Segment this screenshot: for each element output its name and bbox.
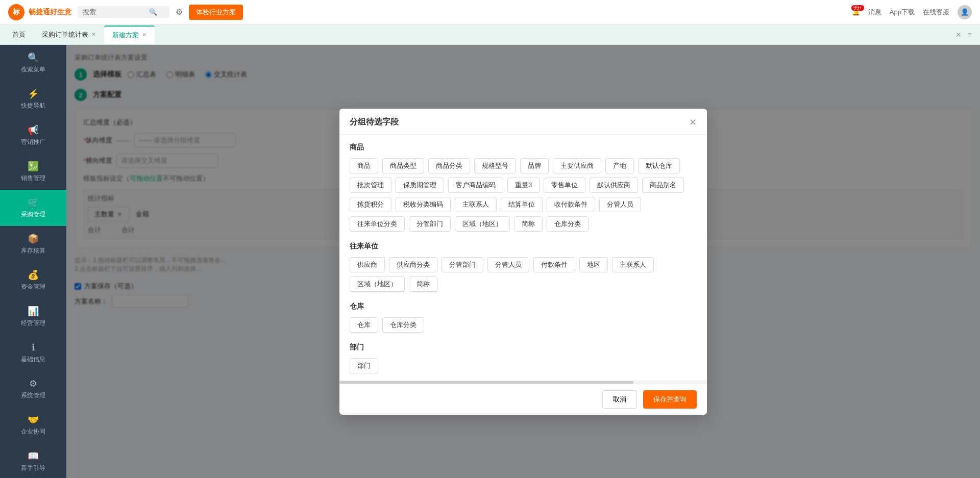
- sidebar-item-sales-label: 销售管理: [21, 174, 45, 183]
- tab-close-all[interactable]: ✕ ≡: [955, 31, 976, 39]
- tab-home[interactable]: 首页: [4, 26, 34, 43]
- field-tag-brand[interactable]: 品牌: [520, 158, 549, 173]
- tab-new-plan-label: 新建方案: [112, 31, 139, 40]
- field-group-dept: 部门 部门: [350, 343, 697, 373]
- guide-icon: 📖: [28, 450, 39, 462]
- sidebar-item-guide-label: 新手引导: [21, 464, 45, 472]
- marketing-icon: 📢: [28, 124, 39, 136]
- save-query-button[interactable]: 保存并查询: [643, 390, 697, 409]
- notification-label: 消息: [868, 8, 881, 17]
- modal-overlay: 分组待选字段 ✕ 商品 商品 商品类型 商品分类 规格型号: [66, 45, 980, 478]
- sidebar-item-inventory-label: 库存核算: [21, 246, 45, 255]
- search-icon: 🔍: [149, 8, 157, 16]
- cancel-button[interactable]: 取消: [602, 390, 637, 409]
- sidebar-item-guide[interactable]: 📖 新手引导: [0, 443, 66, 478]
- sidebar-item-inventory[interactable]: 📦 库存核算: [0, 226, 66, 262]
- search-bar[interactable]: 🔍: [78, 6, 169, 18]
- sidebar-item-operations[interactable]: 📊 经营管理: [0, 298, 66, 335]
- sidebar-item-marketing-label: 营销推广: [21, 138, 45, 146]
- sidebar-item-search[interactable]: 🔍 搜索菜单: [0, 45, 66, 81]
- field-tags-partner: 供应商 供应商分类 分管部门 分管人员 付款条件 地区 主联系人 区域（地区） …: [350, 257, 697, 292]
- main-tabs: 首页 采购订单统计表 ✕ 新建方案 ✕ ✕ ≡: [0, 24, 980, 45]
- settings-icon[interactable]: ⚙: [176, 7, 183, 17]
- sidebar-item-marketing[interactable]: 📢 营销推广: [0, 117, 66, 154]
- field-tag-warehouse[interactable]: 仓库: [350, 317, 378, 333]
- field-tag-partner-region[interactable]: 区域（地区）: [350, 276, 405, 292]
- field-tag-supplier[interactable]: 供应商: [350, 257, 385, 272]
- field-tag-origin[interactable]: 产地: [605, 158, 634, 173]
- collab-icon: 🤝: [28, 414, 39, 425]
- field-tag-dept-in-charge[interactable]: 分管部门: [409, 216, 451, 232]
- trial-button[interactable]: 体验行业方案: [189, 5, 243, 20]
- sidebar-item-sales[interactable]: 💹 销售管理: [0, 154, 66, 190]
- field-tag-product[interactable]: 商品: [350, 158, 378, 173]
- field-tag-short-name[interactable]: 简称: [514, 216, 543, 232]
- field-tag-retail-unit[interactable]: 零售单位: [544, 178, 585, 193]
- field-tag-payment-terms[interactable]: 收付款条件: [547, 197, 595, 212]
- field-tag-main-supplier[interactable]: 主要供应商: [553, 158, 601, 173]
- modal-close-btn[interactable]: ✕: [689, 117, 697, 128]
- field-tag-tax-code[interactable]: 税收分类编码: [396, 197, 451, 212]
- finance-icon: 💰: [28, 269, 39, 281]
- field-tag-warehouse-cat[interactable]: 仓库分类: [382, 317, 424, 333]
- field-tag-supplier-category[interactable]: 供应商分类: [389, 257, 437, 272]
- field-tag-region[interactable]: 区域（地区）: [455, 216, 510, 232]
- quick-nav-icon: ⚡: [28, 88, 39, 99]
- modal-scroll-thumb[interactable]: [339, 381, 633, 384]
- field-tag-area[interactable]: 地区: [579, 257, 608, 272]
- field-tags-dept: 部门: [350, 358, 697, 373]
- sidebar-item-basic-info[interactable]: ℹ 基础信息: [0, 335, 66, 371]
- online-service-link[interactable]: 在线客服: [923, 8, 949, 17]
- tab-purchase-stats[interactable]: 采购订单统计表 ✕: [34, 26, 104, 43]
- field-tag-shelf-life[interactable]: 保质期管理: [396, 178, 444, 193]
- notification-bell[interactable]: 🔔 99+: [852, 8, 860, 16]
- tab-new-plan-close[interactable]: ✕: [142, 32, 146, 38]
- app-download-link[interactable]: App下载: [890, 8, 915, 17]
- field-tag-partner-short[interactable]: 简称: [409, 276, 437, 292]
- field-tag-partner-category[interactable]: 往来单位分类: [350, 216, 405, 232]
- field-tag-pick-points[interactable]: 拣货积分: [350, 197, 391, 212]
- field-tag-warehouse-category[interactable]: 仓库分类: [547, 216, 589, 232]
- modal-scrollbar-x[interactable]: [339, 381, 707, 384]
- sidebar: 🔍 搜索菜单 ⚡ 快捷导航 📢 营销推广 💹 销售管理 🛒 采购管理 📦: [0, 45, 66, 478]
- field-tag-product-type[interactable]: 商品类型: [382, 158, 424, 173]
- sidebar-item-collab[interactable]: 🤝 企业协同: [0, 407, 66, 443]
- field-tag-weight[interactable]: 重量3: [507, 178, 540, 193]
- field-tags-warehouse: 仓库 仓库分类: [350, 317, 697, 333]
- field-group-product: 商品 商品 商品类型 商品分类 规格型号 品牌 主要供应商 产地 默认仓库 批次…: [350, 143, 697, 232]
- field-tag-customer-code[interactable]: 客户商品编码: [448, 178, 503, 193]
- sidebar-item-collab-label: 企业协同: [21, 427, 45, 436]
- tab-new-plan[interactable]: 新建方案 ✕: [104, 26, 155, 44]
- field-tag-default-warehouse[interactable]: 默认仓库: [638, 158, 680, 173]
- field-tag-default-supplier[interactable]: 默认供应商: [590, 178, 638, 193]
- field-tag-product-alias[interactable]: 商品别名: [642, 178, 684, 193]
- field-tag-spec-model[interactable]: 规格型号: [474, 158, 516, 173]
- field-tag-settlement-unit[interactable]: 结算单位: [501, 197, 543, 212]
- field-group-partner: 往来单位 供应商 供应商分类 分管部门 分管人员 付款条件 地区 主联系人 区域…: [350, 242, 697, 292]
- field-tag-dept[interactable]: 部门: [350, 358, 378, 373]
- field-tag-partner-contact[interactable]: 主联系人: [612, 257, 654, 272]
- field-tag-product-category[interactable]: 商品分类: [428, 158, 470, 173]
- logo-icon: 标: [8, 4, 24, 20]
- field-tag-partner-dept[interactable]: 分管部门: [442, 257, 483, 272]
- field-tag-payment-cond[interactable]: 付款条件: [533, 257, 575, 272]
- sidebar-item-purchase[interactable]: 🛒 采购管理: [0, 190, 66, 226]
- search-input[interactable]: [83, 8, 149, 16]
- field-tag-batch-mgmt[interactable]: 批次管理: [350, 178, 391, 193]
- field-tag-partner-supervisor[interactable]: 分管人员: [487, 257, 529, 272]
- tab-purchase-stats-close[interactable]: ✕: [91, 31, 96, 38]
- field-selection-modal: 分组待选字段 ✕ 商品 商品 商品类型 商品分类 规格型号: [339, 109, 707, 415]
- sidebar-item-quick-nav[interactable]: ⚡ 快捷导航: [0, 81, 66, 117]
- field-tag-main-contact[interactable]: 主联系人: [455, 197, 497, 212]
- field-tag-supervisor[interactable]: 分管人员: [599, 197, 641, 212]
- sidebar-item-system[interactable]: ⚙ 系统管理: [0, 371, 66, 407]
- modal-body: 商品 商品 商品类型 商品分类 规格型号 品牌 主要供应商 产地 默认仓库 批次…: [339, 135, 707, 381]
- search-menu-icon: 🔍: [28, 52, 39, 63]
- sidebar-item-purchase-label: 采购管理: [21, 210, 45, 219]
- field-group-partner-title: 往来单位: [350, 242, 697, 251]
- sales-icon: 💹: [28, 161, 39, 172]
- avatar[interactable]: 👤: [958, 5, 972, 19]
- sidebar-item-finance[interactable]: 💰 资金管理: [0, 262, 66, 298]
- sidebar-item-finance-label: 资金管理: [21, 283, 45, 291]
- inventory-icon: 📦: [28, 233, 39, 244]
